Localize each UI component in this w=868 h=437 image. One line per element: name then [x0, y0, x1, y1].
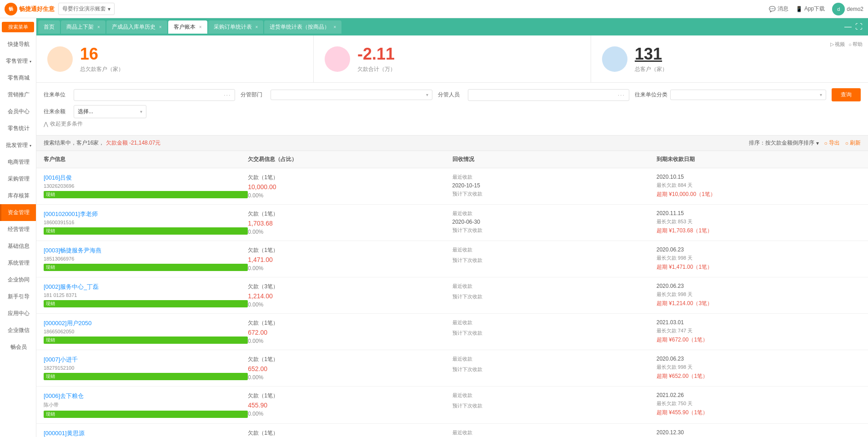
message-button[interactable]: 💬 消息 [769, 5, 788, 13]
due-amount-link[interactable]: 超期 ¥1,471.00（1笔） [657, 263, 861, 271]
debt-amount[interactable]: 1,214.00 [248, 292, 452, 300]
sidebar-item-basic-info[interactable]: 基础信息 [0, 238, 36, 255]
due-amount-link[interactable]: 超期 ¥1,214.00（3笔） [657, 300, 861, 307]
customer-info: [000001]黄思源 13552700226 现销 [44, 429, 248, 437]
repay-label: 最近收款 [452, 246, 657, 253]
sidebar-item-retail-mall[interactable]: 零售商城 [0, 70, 36, 86]
tab-customer-account[interactable]: 客户账本 × [168, 20, 207, 34]
tab-label: 商品上下架 [66, 23, 94, 31]
balance-select[interactable]: 选择... ▾ [74, 105, 146, 118]
customer-name[interactable]: [0006]去下粮仓 [44, 392, 248, 400]
sidebar-search-area: 搜索菜单 [0, 18, 36, 36]
customer-name[interactable]: [0016]吕俊 [44, 174, 248, 182]
sidebar-item-app-center[interactable]: 应用中心 [0, 305, 36, 322]
sidebar-item-business[interactable]: 经营管理 [0, 221, 36, 238]
sidebar-item-nav[interactable]: 快捷导航 [0, 36, 36, 53]
debt-count: 欠款（1笔） [248, 392, 452, 400]
sidebar-item-purchase[interactable]: 采购管理 [0, 171, 36, 187]
debt-amount[interactable]: 1,703.68 [248, 220, 452, 227]
tab-close-icon[interactable]: × [159, 25, 162, 30]
due-date: 2020.06.23 [657, 246, 861, 253]
sidebar-item-retail-manage[interactable]: 零售管理 ▾ [0, 53, 36, 70]
sidebar-item-marketing[interactable]: 营销推广 [0, 86, 36, 103]
sidebar-item-ecommerce[interactable]: 电商管理 [0, 154, 36, 171]
results-amount: 欠款金额 -21,148.07元 [106, 140, 161, 146]
due-amount-link[interactable]: 超期 ¥455.90（1笔） [657, 409, 861, 417]
customer-phone: 13026203696 [44, 183, 248, 189]
tab-close-icon[interactable]: × [97, 25, 100, 30]
customer-name[interactable]: [0007]小进千 [44, 356, 248, 364]
tab-close-icon[interactable]: × [256, 25, 258, 30]
sort-select[interactable]: 排序：按欠款金额倒序排序 ▾ [749, 139, 819, 147]
due-amount-link[interactable]: 超期 ¥1,703.68（1笔） [657, 227, 861, 235]
filter-row-2: 往来余额 选择... ▾ [44, 105, 861, 118]
sidebar-item-label: 批发管理 [6, 142, 28, 148]
tab-product-history[interactable]: 产成品入库单历史 × [106, 20, 167, 34]
search-button[interactable]: 查询 [832, 88, 861, 101]
sidebar-item-vip[interactable]: 畅会员 [0, 339, 36, 356]
tab-close-icon[interactable]: × [333, 25, 336, 30]
debt-amount[interactable]: 1,471.00 [248, 256, 452, 263]
chevron-down-icon: ▾ [108, 6, 110, 12]
due-amount-link[interactable]: 超期 ¥672.00（1笔） [657, 336, 861, 344]
debt-ratio: 0.00% [248, 229, 452, 235]
video-button[interactable]: ▷ 视频 [830, 41, 845, 48]
tab-close-icon[interactable]: × [199, 25, 202, 30]
sidebar-item-retail-stats[interactable]: 零售统计 [0, 120, 36, 137]
tab-home[interactable]: 首页 [38, 20, 60, 34]
sidebar-item-enterprise-wx[interactable]: 企业微信 [0, 322, 36, 339]
help-button[interactable]: ○ 帮助 [848, 41, 863, 48]
user-profile[interactable]: d demo2 [832, 3, 863, 15]
minimize-icon[interactable]: — [844, 23, 852, 30]
customer-info: [0001020001]李老师 18600391516 现销 [44, 210, 248, 235]
search-menu-button[interactable]: 搜索菜单 [2, 22, 34, 32]
debt-count: 欠款（3笔） [248, 283, 452, 291]
sidebar-item-enterprise-coop[interactable]: 企业协同 [0, 271, 36, 288]
collapse-label: 收起更多条件 [50, 120, 83, 128]
export-button[interactable]: ○ 导出 [824, 139, 840, 147]
debt-amount[interactable]: 455.90 [248, 402, 452, 409]
debt-amount-icon [325, 46, 350, 72]
sidebar-item-inventory[interactable]: 库存核算 [0, 187, 36, 204]
sidebar-item-finance[interactable]: 资金管理 [0, 204, 36, 221]
table-row: [000002]用户2050 18665062050 现销 欠款（1笔） 672… [36, 314, 868, 350]
customer-name[interactable]: [0003]畅捷服务尹海燕 [44, 246, 248, 255]
debt-amount[interactable]: 652.00 [248, 365, 452, 372]
tab-inventory-stats[interactable]: 进货单统计表（按商品） × [264, 20, 341, 34]
customer-tag: 现销 [44, 337, 248, 344]
due-info: 2021.02.26 最长欠款 750 天 超期 ¥455.90（1笔） [657, 392, 861, 417]
app-download-button[interactable]: 📱 App下载 [796, 5, 825, 13]
vendor-input[interactable]: ··· [74, 89, 235, 101]
sort-label: 排序：按欠款金额倒序排序 [749, 139, 814, 147]
tab-purchase-order[interactable]: 采购订单统计表 × [208, 20, 264, 34]
company-selector[interactable]: 母婴行业演示账套 ▾ [58, 3, 115, 15]
debt-amount[interactable]: 672.00 [248, 329, 452, 336]
svg-point-1 [55, 60, 65, 65]
tab-actions: — ⛶ [841, 23, 866, 30]
due-amount-link[interactable]: 超期 ¥652.00（1笔） [657, 372, 861, 380]
person-input[interactable]: ··· [468, 89, 629, 101]
sidebar-item-system[interactable]: 系统管理 [0, 255, 36, 271]
refresh-button[interactable]: ○ 刷新 [845, 139, 861, 147]
due-amount-link[interactable]: 超期 ¥10,000.00（1笔） [657, 191, 861, 198]
customer-name[interactable]: [0001020001]李老师 [44, 210, 248, 218]
total-customers-label: 总客户（家） [635, 65, 857, 73]
content-area: 首页 商品上下架 × 产成品入库单历史 × 客户账本 × 采购订单统计表 × 进… [36, 18, 868, 437]
sidebar-item-member[interactable]: 会员中心 [0, 103, 36, 120]
tab-product-shelf[interactable]: 商品上下架 × [61, 20, 105, 34]
customer-name[interactable]: [000001]黄思源 [44, 429, 248, 437]
customer-tag: 现销 [44, 227, 248, 235]
dept-select[interactable]: ▾ [271, 90, 432, 100]
repay-next: 预计下次收款 [452, 293, 657, 300]
customer-name[interactable]: [0002]服务中心_丁磊 [44, 283, 248, 291]
sidebar-item-newbie[interactable]: 新手引导 [0, 288, 36, 305]
due-date: 2020.10.15 [657, 174, 861, 180]
debt-amount[interactable]: 10,000.00 [248, 183, 452, 191]
customer-name[interactable]: [000002]用户2050 [44, 319, 248, 327]
sidebar-item-label: 营销推广 [8, 91, 30, 98]
refresh-label: 刷新 [850, 139, 861, 147]
collapse-button[interactable]: ⋀ 收起更多条件 [44, 118, 861, 130]
sidebar-item-batch-manage[interactable]: 批发管理 ▾ [0, 137, 36, 154]
maximize-icon[interactable]: ⛶ [855, 23, 863, 30]
category-select[interactable]: ▾ [670, 90, 826, 100]
